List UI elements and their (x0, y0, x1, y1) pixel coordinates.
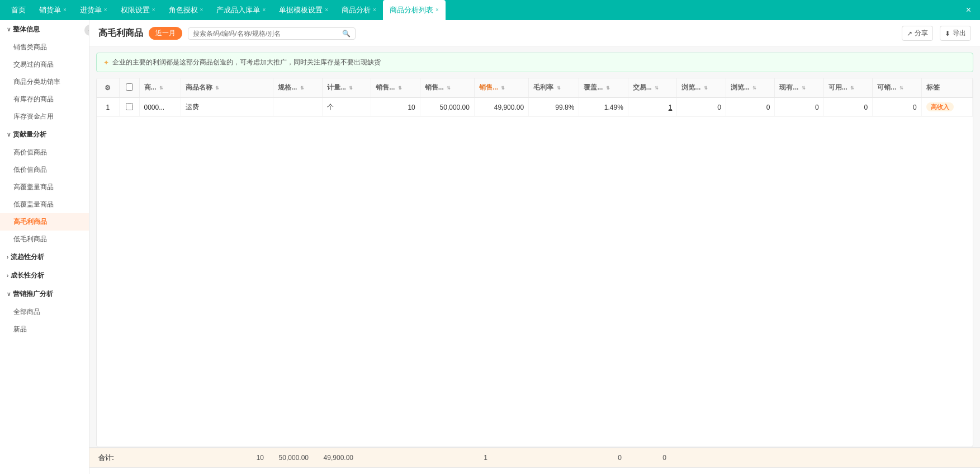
nav-product-analysis[interactable]: 商品分析 × (335, 0, 383, 20)
filter-recent-month-btn[interactable]: 近一月 (149, 27, 182, 40)
sidebar-item-in-stock[interactable]: 有库存的商品 (0, 91, 89, 108)
info-banner: ✦ 企业的主要的利润都是这部分商品创造的，可考虑加大推广，同时关注库存是不要出现… (96, 53, 973, 72)
col-browse2[interactable]: 浏览... ⇅ (726, 78, 774, 97)
cell-tag: 高收入 (921, 97, 972, 117)
col-saleable[interactable]: 可销... ⇅ (873, 78, 921, 97)
nav-purchase-order[interactable]: 进货单 × (73, 0, 114, 20)
col-trade[interactable]: 交易... ⇅ (628, 78, 676, 97)
sidebar-section-growth[interactable]: › 成长性分析 (0, 266, 89, 285)
sidebar-item-stock-capital[interactable]: 库存资金占用 (0, 108, 89, 125)
nav-sales-order[interactable]: 销货单 × (32, 0, 73, 20)
sidebar-section-marketing[interactable]: ∨ 营销推广分析 (0, 285, 89, 303)
sort-profit-icon: ⇅ (501, 86, 505, 91)
info-icon: ✦ (103, 59, 109, 67)
cell-spec (273, 97, 322, 117)
nav-home[interactable]: 首页 (4, 0, 32, 20)
col-spec[interactable]: 规格... ⇅ (273, 78, 322, 97)
footer-empty2 (403, 454, 447, 462)
share-icon: ↗ (907, 30, 912, 37)
top-nav: 首页 销货单 × 进货单 × 权限设置 × 角色授权 × 产成品入库单 × 单据… (0, 0, 980, 20)
sort-code-icon: ⇅ (159, 86, 163, 91)
sidebar-section-contribution[interactable]: ∨ 贡献量分析 (0, 125, 89, 144)
export-btn[interactable]: ⬇ 导出 (940, 26, 971, 41)
col-available[interactable]: 可用... ⇅ (823, 78, 872, 97)
nav-role-auth[interactable]: 角色授权 × (162, 0, 210, 20)
nav-close-permission[interactable]: × (152, 0, 155, 20)
sort-name-icon: ⇅ (215, 86, 219, 91)
col-sales-amount[interactable]: 销售... ⇅ (420, 78, 474, 97)
cell-index: 1 (97, 97, 119, 117)
sidebar-item-sales-goods[interactable]: 销售类商品 (0, 39, 89, 56)
sidebar-item-traded-goods[interactable]: 交易过的商品 (0, 56, 89, 73)
nav-permission-settings[interactable]: 权限设置 × (114, 0, 162, 20)
sidebar-item-high-margin[interactable]: 高毛利商品 (0, 213, 89, 231)
nav-close-analysis-list[interactable]: × (435, 0, 439, 20)
main-layout: « ∨ 整体信息 销售类商品 交易过的商品 商品分类助销率 有库存的商品 库存资… (0, 20, 980, 474)
sidebar-item-low-value[interactable]: 低价值商品 (0, 161, 89, 179)
nav-close-purchase[interactable]: × (104, 0, 107, 20)
col-sales-profit[interactable]: 销售... ⇅ (474, 78, 528, 97)
sort-saleable-icon: ⇅ (899, 86, 903, 91)
cell-code: 0000... (139, 97, 181, 117)
cell-trade: 1 (628, 97, 676, 117)
nav-template-settings[interactable]: 单据模板设置 × (272, 0, 335, 20)
sidebar-section-overall[interactable]: ∨ 整体信息 (0, 20, 89, 39)
sidebar-item-high-value[interactable]: 高价值商品 (0, 144, 89, 161)
search-icon[interactable]: 🔍 (342, 30, 351, 37)
sort-qty-icon: ⇅ (398, 86, 402, 91)
col-gross-rate[interactable]: 毛利率 ⇅ (529, 78, 579, 97)
col-checkbox (119, 78, 139, 97)
row-checkbox[interactable] (126, 103, 133, 110)
col-coverage[interactable]: 覆盖... ⇅ (579, 78, 628, 97)
col-browse1[interactable]: 浏览... ⇅ (677, 78, 726, 97)
col-sales-qty[interactable]: 销售... ⇅ (371, 78, 420, 97)
footer-sales-profit: 49,900.00 (313, 454, 358, 462)
sort-trade-icon: ⇅ (655, 86, 659, 91)
nav-close-analysis[interactable]: × (373, 0, 376, 20)
table-footer: 合计: 10 50,000.00 49,900.00 1 0 0 (89, 447, 980, 467)
col-name[interactable]: 商品名称 ⇅ (181, 78, 273, 97)
nav-close-template[interactable]: × (325, 0, 328, 20)
footer-current: 0 (581, 454, 626, 462)
col-tag[interactable]: 标签 (921, 78, 972, 97)
col-code[interactable]: 商... ⇅ (139, 78, 181, 97)
cell-browse2: 0 (726, 97, 774, 117)
nav-finished-goods[interactable]: 产成品入库单 × (210, 0, 272, 20)
data-table-container: ⚙ 商... ⇅ 商品名称 ⇅ (96, 78, 973, 447)
sidebar-item-low-margin[interactable]: 低毛利商品 (0, 231, 89, 248)
table-header-row: ⚙ 商... ⇅ 商品名称 ⇅ (97, 78, 973, 97)
footer-available: 0 (626, 454, 671, 462)
search-input[interactable] (193, 30, 342, 37)
sort-browse2-icon: ⇅ (752, 86, 756, 91)
sort-amount-icon: ⇅ (447, 86, 451, 91)
global-close-btn[interactable]: × (962, 5, 976, 15)
content-area: 高毛利商品 近一月 🔍 ↗ 分享 ⬇ 导出 ✦ 企业的主要的利润都是这部分商品创… (89, 20, 980, 474)
nav-close-role[interactable]: × (200, 0, 203, 20)
bottom-scrollbar-area[interactable] (89, 467, 980, 474)
footer-sales-qty (123, 454, 235, 462)
nav-analysis-list[interactable]: 商品分析列表 × (383, 0, 446, 20)
col-unit[interactable]: 计量... ⇅ (322, 78, 371, 97)
nav-close-sales[interactable]: × (63, 0, 67, 20)
footer-sales-qty-val: 10 (235, 454, 268, 462)
settings-icon[interactable]: ⚙ (105, 84, 111, 92)
data-table: ⚙ 商... ⇅ 商品名称 ⇅ (97, 78, 973, 117)
sort-browse1-icon: ⇅ (704, 86, 708, 91)
sort-available-icon: ⇅ (850, 86, 854, 91)
sidebar-item-high-coverage[interactable]: 高覆盖量商品 (0, 179, 89, 196)
sidebar-item-all-goods[interactable]: 全部商品 (0, 303, 89, 321)
nav-close-finished[interactable]: × (262, 0, 266, 20)
col-index: ⚙ (97, 78, 119, 97)
cell-sales-qty: 10 (371, 97, 420, 117)
trade-link[interactable]: 1 (669, 104, 673, 111)
share-btn[interactable]: ↗ 分享 (902, 26, 933, 41)
select-all-checkbox[interactable] (126, 83, 133, 91)
sidebar-section-trend[interactable]: › 流趋性分析 (0, 248, 89, 266)
sidebar-item-low-coverage[interactable]: 低覆盖量商品 (0, 196, 89, 213)
col-current[interactable]: 现有... ⇅ (775, 78, 823, 97)
sidebar-item-new-goods[interactable]: 新品 (0, 321, 89, 338)
table-row: 1 0000... 运费 个 10 50,000.00 49,900.00 99… (97, 97, 973, 117)
cell-checkbox (119, 97, 139, 117)
sidebar-item-category-rate[interactable]: 商品分类助销率 (0, 73, 89, 91)
sidebar: « ∨ 整体信息 销售类商品 交易过的商品 商品分类助销率 有库存的商品 库存资… (0, 20, 89, 474)
